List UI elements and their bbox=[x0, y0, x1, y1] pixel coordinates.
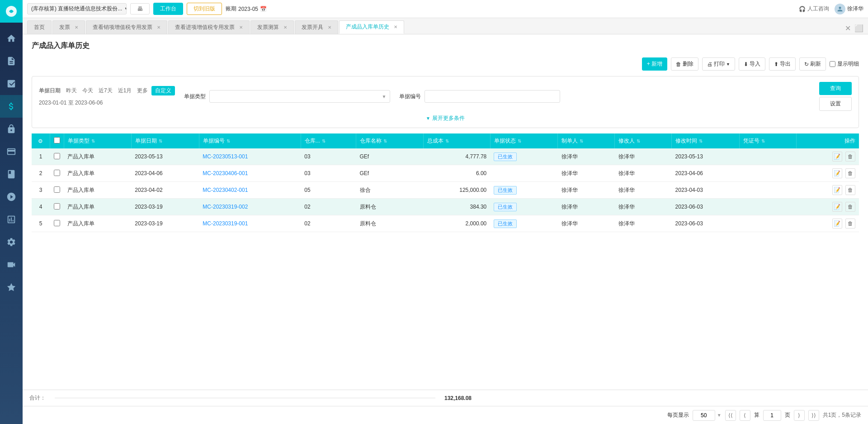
last-page-btn[interactable]: ⟩⟩ bbox=[808, 410, 819, 421]
workspace-btn[interactable]: 工作台 bbox=[153, 3, 183, 15]
sidebar-item-version[interactable] bbox=[0, 276, 23, 299]
tab-invoice-issue-close[interactable]: ✕ bbox=[328, 25, 331, 30]
page-input[interactable] bbox=[763, 410, 781, 421]
tab-invoice-calc[interactable]: 发票测算 ✕ bbox=[250, 20, 294, 34]
row-no[interactable]: MC-20230402-001 bbox=[199, 182, 301, 199]
doc-type-select[interactable]: ▼ bbox=[209, 90, 390, 103]
yesterday-shortcut[interactable]: 昨天 bbox=[64, 86, 79, 95]
row-checkbox-cell[interactable] bbox=[50, 215, 64, 232]
tab-input-vat[interactable]: 查看进项增值税专用发票 ✕ bbox=[168, 20, 250, 34]
row-no[interactable]: MC-20230513-001 bbox=[199, 148, 301, 165]
row-checkbox[interactable] bbox=[54, 186, 60, 193]
prev-page-btn[interactable]: ⟨ bbox=[740, 410, 750, 421]
col-wh-code-header[interactable]: 仓库...⇅ bbox=[301, 133, 356, 148]
row-delete-btn[interactable]: 🗑 bbox=[845, 168, 855, 178]
first-page-btn[interactable]: ⟨⟨ bbox=[725, 410, 736, 421]
sidebar-item-tax[interactable] bbox=[0, 95, 23, 118]
col-wh-name-header[interactable]: 仓库名称⇅ bbox=[356, 133, 424, 148]
sidebar-item-chart[interactable] bbox=[0, 72, 23, 95]
filter-setting-btn[interactable]: 设置 bbox=[819, 97, 852, 111]
query-btn[interactable]: 查询 bbox=[819, 82, 852, 95]
col-modifier-header[interactable]: 修改人⇅ bbox=[615, 133, 672, 148]
col-no-header[interactable]: 单据编号⇅ bbox=[199, 133, 301, 148]
row-checkbox[interactable] bbox=[54, 203, 60, 210]
sidebar-item-home[interactable] bbox=[0, 27, 23, 50]
tab-invoice-calc-close[interactable]: ✕ bbox=[283, 25, 287, 30]
col-cost-header[interactable]: 总成本⇅ bbox=[424, 133, 490, 148]
sidebar-item-doc[interactable] bbox=[0, 50, 23, 72]
col-settings[interactable]: ⚙ bbox=[32, 133, 50, 148]
tab-close-all-btn[interactable]: ✕ bbox=[845, 25, 851, 32]
col-status-header[interactable]: 单据状态⇅ bbox=[490, 133, 557, 148]
show-detail-checkbox-label[interactable]: 显示明细 bbox=[830, 60, 859, 68]
tab-maximize-btn[interactable]: ⬜ bbox=[854, 25, 863, 32]
tab-product-inbound[interactable]: 产成品入库单历史 ✕ bbox=[339, 20, 404, 34]
row-checkbox-cell[interactable] bbox=[50, 165, 64, 182]
service-btn[interactable]: 🎧 人工咨询 bbox=[799, 5, 829, 13]
last7-shortcut[interactable]: 近7天 bbox=[97, 86, 114, 95]
more-shortcut[interactable]: 更多 bbox=[135, 86, 150, 95]
doc-no-input[interactable] bbox=[425, 90, 560, 103]
col-voucher-header[interactable]: 凭证号⇅ bbox=[740, 133, 797, 148]
sidebar-item-asset[interactable] bbox=[0, 186, 23, 208]
col-creator-header[interactable]: 制单人⇅ bbox=[558, 133, 615, 148]
next-page-btn[interactable]: ⟩ bbox=[794, 410, 805, 421]
sidebar-item-stamp[interactable] bbox=[0, 208, 23, 231]
import-btn[interactable]: ⬇ 导入 bbox=[739, 57, 765, 71]
row-no-link[interactable]: MC-20230319-001 bbox=[203, 220, 248, 227]
col-date-header[interactable]: 单据日期⇅ bbox=[131, 133, 199, 148]
col-modify-time-header[interactable]: 修改时间⇅ bbox=[672, 133, 740, 148]
company-selector[interactable]: (库存核算) 直播轻绝通信息技术股份... ▼ bbox=[27, 3, 127, 14]
refresh-btn[interactable]: ↻ 刷新 bbox=[799, 57, 826, 71]
page-size-input[interactable] bbox=[693, 410, 715, 421]
row-edit-btn[interactable]: 📝 bbox=[832, 202, 842, 212]
sidebar-item-settings[interactable] bbox=[0, 231, 23, 253]
tab-product-inbound-close[interactable]: ✕ bbox=[394, 24, 397, 29]
tab-invoice-issue[interactable]: 发票开具 ✕ bbox=[295, 20, 338, 34]
show-detail-checkbox[interactable] bbox=[830, 61, 835, 67]
row-no[interactable]: MC-20230406-001 bbox=[199, 165, 301, 182]
row-edit-btn[interactable]: 📝 bbox=[832, 219, 842, 229]
period-calendar-icon[interactable]: 📅 bbox=[260, 6, 267, 12]
row-edit-btn[interactable]: 📝 bbox=[832, 185, 842, 195]
custom-shortcut[interactable]: 自定义 bbox=[151, 86, 175, 95]
export-btn[interactable]: ⬆ 导出 bbox=[769, 57, 796, 71]
row-delete-btn[interactable]: 🗑 bbox=[845, 202, 855, 212]
row-checkbox[interactable] bbox=[54, 153, 60, 159]
row-delete-btn[interactable]: 🗑 bbox=[845, 185, 855, 195]
sidebar-item-lock[interactable] bbox=[0, 118, 23, 140]
tab-output-vat-close[interactable]: ✕ bbox=[157, 25, 160, 30]
select-all-checkbox[interactable] bbox=[54, 137, 60, 143]
new-btn[interactable]: + 新增 bbox=[642, 57, 667, 71]
row-no-link[interactable]: MC-20230402-001 bbox=[203, 187, 248, 193]
col-type-header[interactable]: 单据类型⇅ bbox=[64, 133, 131, 148]
tab-input-vat-close[interactable]: ✕ bbox=[239, 25, 243, 30]
row-delete-btn[interactable]: 🗑 bbox=[845, 152, 855, 162]
row-delete-btn[interactable]: 🗑 bbox=[845, 219, 855, 229]
today-shortcut[interactable]: 今天 bbox=[80, 86, 95, 95]
tab-home[interactable]: 首页 bbox=[27, 20, 52, 34]
switch-version-btn[interactable]: 切到旧版 bbox=[187, 3, 222, 15]
row-no[interactable]: MC-20230319-002 bbox=[199, 199, 301, 215]
row-no-link[interactable]: MC-20230513-001 bbox=[203, 153, 248, 160]
col-select-all[interactable] bbox=[50, 133, 64, 148]
row-no-link[interactable]: MC-20230319-002 bbox=[203, 204, 248, 210]
page-size-select[interactable]: ▼ bbox=[693, 410, 722, 421]
delete-btn[interactable]: 🗑 删除 bbox=[671, 57, 698, 71]
row-no[interactable]: MC-20230319-001 bbox=[199, 215, 301, 232]
print-doc-btn[interactable]: 🖶 bbox=[130, 3, 150, 14]
row-checkbox-cell[interactable] bbox=[50, 199, 64, 215]
row-edit-btn[interactable]: 📝 bbox=[832, 152, 842, 162]
row-edit-btn[interactable]: 📝 bbox=[832, 168, 842, 178]
expand-filter-btn[interactable]: ▼ 展开更多条件 bbox=[39, 114, 852, 122]
sidebar-item-video[interactable] bbox=[0, 253, 23, 276]
tab-output-vat[interactable]: 查看销项增值税专用发票 ✕ bbox=[86, 20, 167, 34]
row-checkbox-cell[interactable] bbox=[50, 182, 64, 199]
user-menu[interactable]: 徐泽华 bbox=[835, 4, 863, 14]
tab-invoice[interactable]: 发票 ✕ bbox=[52, 20, 85, 34]
row-checkbox[interactable] bbox=[54, 220, 60, 226]
sidebar-item-bill[interactable] bbox=[0, 140, 23, 163]
row-checkbox-cell[interactable] bbox=[50, 148, 64, 165]
row-no-link[interactable]: MC-20230406-001 bbox=[203, 170, 248, 176]
print-btn[interactable]: 🖨 打印 ▼ bbox=[702, 57, 735, 71]
